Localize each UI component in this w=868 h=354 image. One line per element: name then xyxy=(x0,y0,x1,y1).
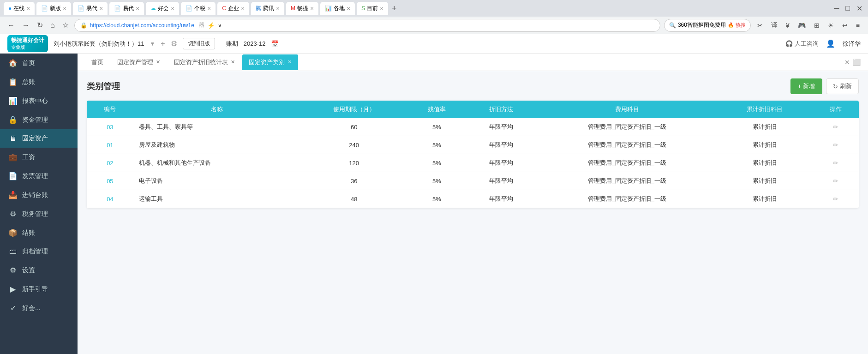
sidebar-item-funds[interactable]: 🔒 资金管理 xyxy=(0,110,78,129)
browser-tab-enterprise[interactable]: C 企业 ✕ xyxy=(217,2,249,15)
home-button[interactable]: ⌂ xyxy=(48,19,57,31)
scissors-button[interactable]: ✂ xyxy=(754,20,766,30)
sidebar-item-tax[interactable]: ⚙ 税务管理 xyxy=(0,204,78,223)
cell-code-3: 05 xyxy=(87,172,133,190)
cell-name-1: 房屋及建筑物 xyxy=(133,136,301,154)
cell-name-4: 运输工具 xyxy=(133,190,301,208)
browser-tab-muqian[interactable]: S 目前 ✕ xyxy=(357,2,388,15)
cell-name-2: 机器、机械和其他生产设备 xyxy=(133,154,301,172)
sidebar-item-reports[interactable]: 📊 报表中心 xyxy=(0,91,78,110)
edit-icon-3[interactable]: ✏ xyxy=(833,177,838,185)
page-header: 类别管理 + 新增 ↻ 刷新 xyxy=(87,78,859,94)
close-window-button[interactable]: ✕ xyxy=(855,2,864,15)
cell-action-2: ✏ xyxy=(812,154,859,172)
browser-tab-haohui[interactable]: ☁ 好会 ✕ xyxy=(146,2,179,15)
sidebar-item-fixed-assets[interactable]: 🖥 固定资产 xyxy=(0,129,78,148)
funds-icon: 🔒 xyxy=(8,115,18,124)
sidebar-item-haohui[interactable]: ✓ 好会... xyxy=(0,299,78,318)
tax-icon: ⚙ xyxy=(8,210,18,218)
game-button[interactable]: 🎮 xyxy=(795,20,808,30)
main-content: 首页 固定资产管理 ✕ 固定资产折旧统计表 ✕ 固定资产类别 ✕ ✕ ⬜ 类别管… xyxy=(78,54,868,354)
browser-tab-new[interactable]: 📄 新版 ✕ xyxy=(36,2,71,15)
tab-close-category[interactable]: ✕ xyxy=(287,59,292,65)
sidebar-item-salary[interactable]: 💼 工资 xyxy=(0,148,78,167)
table-row: 03 器具、工具、家具等 60 5% 年限平均 管理费用_固定资产折旧_一级 累… xyxy=(87,118,859,136)
refresh-button[interactable]: ↻ 刷新 xyxy=(826,78,859,94)
currency-button[interactable]: ¥ xyxy=(783,20,792,30)
translate-button[interactable]: 译 xyxy=(768,20,780,31)
address-bar[interactable]: 🔒 https://cloud.chanjet.com/accounting/u… xyxy=(74,19,660,32)
tab-depreciation-stats[interactable]: 固定资产折旧统计表 ✕ xyxy=(168,54,241,70)
browser-chrome: ● 在线 ✕ 📄 新版 ✕ 📄 易代 ✕ 📄 易代 ✕ ☁ 好会 ✕ 📄 个税 … xyxy=(0,0,868,17)
grid-button[interactable]: ⊞ xyxy=(811,20,822,30)
switch-version-button[interactable]: 切到旧版 xyxy=(183,38,215,49)
dropdown-icon[interactable]: ▼ xyxy=(150,41,155,47)
content-tabs: 首页 固定资产管理 ✕ 固定资产折旧统计表 ✕ 固定资产类别 ✕ ✕ ⬜ xyxy=(78,54,868,71)
headset-icon: 🎧 xyxy=(785,40,793,47)
edit-icon-1[interactable]: ✏ xyxy=(833,141,838,149)
edit-icon-0[interactable]: ✏ xyxy=(833,123,838,131)
bookmark-button[interactable]: ☆ xyxy=(60,19,71,31)
tab-fixed-assets-category[interactable]: 固定资产类别 ✕ xyxy=(242,54,298,70)
sidebar-item-purchase-sales[interactable]: 📥 进销台账 xyxy=(0,186,78,204)
sidebar-item-home[interactable]: 🏠 首页 xyxy=(0,54,78,72)
col-action: 操作 xyxy=(812,101,859,118)
minimize-button[interactable]: ─ xyxy=(832,2,841,14)
back-button[interactable]: ← xyxy=(6,19,17,31)
settings-button[interactable]: ☀ xyxy=(825,20,837,30)
settings-gear-icon[interactable]: ⚙ xyxy=(171,39,177,48)
maximize-button[interactable]: □ xyxy=(844,2,852,14)
calendar-icon[interactable]: 📅 xyxy=(271,40,279,48)
user-avatar-icon: 👤 xyxy=(826,39,835,48)
sidebar-item-settings[interactable]: ⚙ 设置 xyxy=(0,261,78,280)
menu-button[interactable]: ≡ xyxy=(853,20,862,30)
search-bar[interactable]: 🔍 360智能抠图免费用 🔥 热搜 xyxy=(664,19,751,32)
cell-residual-4: 5% xyxy=(407,190,466,208)
table-row: 01 房屋及建筑物 240 5% 年限平均 管理费用_固定资产折旧_一级 累计折… xyxy=(87,136,859,154)
sidebar-item-archive[interactable]: 🗃 归档管理 xyxy=(0,242,78,261)
browser-tab-gedi[interactable]: 📊 各地 ✕ xyxy=(320,2,355,15)
sidebar-item-ledger[interactable]: 📋 总账 xyxy=(0,72,78,91)
undo-button[interactable]: ↩ xyxy=(839,20,850,30)
browser-tab-yidai1[interactable]: 📄 易代 ✕ xyxy=(73,2,108,15)
edit-icon-4[interactable]: ✏ xyxy=(833,195,838,203)
tab-close-depreciation[interactable]: ✕ xyxy=(231,59,235,65)
table-row: 05 电子设备 36 5% 年限平均 管理费用_固定资产折旧_一级 累计折旧 ✏ xyxy=(87,172,859,190)
new-tab-button[interactable]: + xyxy=(390,2,399,15)
cell-name-3: 电子设备 xyxy=(133,172,301,190)
invoice-icon: 📄 xyxy=(8,172,18,180)
cell-period-2: 120 xyxy=(300,154,407,172)
forward-button[interactable]: → xyxy=(20,19,31,31)
report-icon: 📊 xyxy=(8,96,18,105)
browser-tab-online[interactable]: ● 在线 ✕ xyxy=(4,2,35,15)
browser-tab-yidai2[interactable]: 📄 易代 ✕ xyxy=(109,2,144,15)
app-container: 🏠 首页 📋 总账 📊 报表中心 🔒 资金管理 🖥 固定资产 💼 工资 📄 发票… xyxy=(0,54,868,354)
add-icon[interactable]: + xyxy=(161,40,165,48)
sidebar-item-guide[interactable]: ▶ 新手引导 xyxy=(0,280,78,299)
cell-accum-2: 累计折旧 xyxy=(718,154,812,172)
col-expense: 费用科目 xyxy=(537,101,718,118)
ledger-icon: 📋 xyxy=(8,78,18,86)
tab-win-maximize-icon[interactable]: ⬜ xyxy=(853,59,861,66)
sidebar-item-settlement[interactable]: 📦 结账 xyxy=(0,223,78,242)
period-label: 账期 xyxy=(226,40,238,48)
browser-tab-geshui[interactable]: 📄 个税 ✕ xyxy=(181,2,216,15)
topbar-actions: 🎧 人工咨询 👤 徐泽华 xyxy=(785,39,861,48)
reload-button[interactable]: ↻ xyxy=(35,19,45,31)
cell-accum-4: 累计折旧 xyxy=(718,190,812,208)
browser-tab-tencent[interactable]: 腾 腾讯 ✕ xyxy=(251,2,284,15)
tab-home[interactable]: 首页 xyxy=(85,54,110,70)
consult-button[interactable]: 🎧 人工咨询 xyxy=(785,40,819,48)
cell-period-3: 36 xyxy=(300,172,407,190)
tab-close-fixed-assets[interactable]: ✕ xyxy=(156,59,160,65)
tab-win-close-icon[interactable]: ✕ xyxy=(844,59,850,66)
salary-icon: 💼 xyxy=(8,153,18,162)
browser-tab-changtui[interactable]: M 畅提 ✕ xyxy=(286,2,318,15)
cell-accum-0: 累计折旧 xyxy=(718,118,812,136)
sidebar-item-invoice[interactable]: 📄 发票管理 xyxy=(0,167,78,186)
add-button[interactable]: + 新增 xyxy=(790,78,822,94)
cell-action-3: ✏ xyxy=(812,172,859,190)
edit-icon-2[interactable]: ✏ xyxy=(833,159,838,167)
tab-fixed-assets-management[interactable]: 固定资产管理 ✕ xyxy=(111,54,167,70)
table-header-row: 编号 名称 使用期限（月） 残值率 折旧方法 费用科目 累计折旧科目 操作 xyxy=(87,101,859,118)
